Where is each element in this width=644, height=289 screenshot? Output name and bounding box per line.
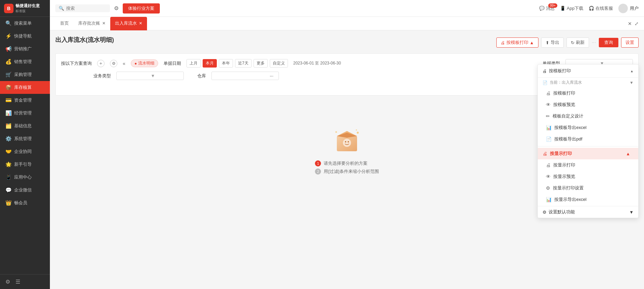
- tab-close-batch-account[interactable]: ✕: [102, 21, 106, 26]
- close-window-icon[interactable]: ✕: [628, 21, 632, 26]
- dropdown-arrow-icon: ▲: [530, 40, 534, 45]
- date-btn-this-year[interactable]: 本年: [219, 59, 233, 68]
- hint-num-2: 2: [315, 168, 321, 175]
- warehouse-more-icon[interactable]: ···: [270, 73, 273, 78]
- dropdown-item-template-custom[interactable]: ✏ 模板自定义设计: [538, 110, 638, 122]
- app-download-btn[interactable]: 📱 App下载: [560, 5, 583, 11]
- refresh-icon: ↻: [571, 40, 575, 45]
- sidebar-item-search-menu[interactable]: 🔍搜索菜单: [0, 17, 50, 30]
- date-range-text: 2023-06-01 至 2023-06-30: [293, 60, 341, 66]
- customer-service-btn[interactable]: 🎧 在线客服: [589, 5, 613, 11]
- business-type-select[interactable]: ▼: [116, 72, 184, 80]
- svg-point-4: [345, 141, 346, 142]
- sidebar-item-sales[interactable]: 💰销售管理: [0, 55, 50, 68]
- sidebar-icon-finance: 💳: [5, 97, 11, 103]
- sidebar-item-system[interactable]: ⚙️系统管理: [0, 132, 50, 145]
- dropdown-footer[interactable]: ⚙ 设置默认功能 ▼: [538, 206, 638, 218]
- dropdown-header-chevron[interactable]: ▲: [630, 69, 634, 73]
- dropdown-item-display-preview[interactable]: 👁 按显示预览: [538, 171, 638, 182]
- current-arrow-icon: ▼: [630, 80, 634, 85]
- dropdown-display-print-title[interactable]: 🖨 按显示打印 ▲: [538, 148, 638, 159]
- tab-batch-account[interactable]: 库存批次账✕: [74, 17, 110, 30]
- tab-close-inout-flow[interactable]: ✕: [139, 21, 142, 26]
- sidebar-item-basic[interactable]: 🗂️基础信息: [0, 120, 50, 132]
- dropdown-item-display-print[interactable]: 🖨 按显示打印: [538, 159, 638, 171]
- sidebar-item-guide[interactable]: 🌟新手引导: [0, 158, 50, 171]
- sidebar: B 畅捷通好生意 标准版 🔍搜索菜单⚡快捷导航📢营销推广💰销售管理🛒采购管理📦库…: [0, 0, 50, 289]
- svg-point-7: [356, 129, 357, 131]
- sidebar-icon-wechat: 💬: [5, 187, 11, 193]
- user-menu[interactable]: 用户: [618, 4, 639, 13]
- sidebar-label-member: 畅会员: [14, 200, 27, 206]
- topbar-gear-icon[interactable]: ⚙: [114, 5, 119, 11]
- topbar-right: 💬 消息 99+ 📱 App下载 🎧 在线客服 用户: [539, 4, 639, 13]
- sidebar-item-operation[interactable]: 📊经营管理: [0, 107, 50, 120]
- sidebar-icon-purchase: 🛒: [5, 72, 11, 78]
- warehouse-input[interactable]: [214, 73, 268, 78]
- empty-illustration: [330, 123, 364, 156]
- dropdown-item-template-excel[interactable]: 📊 按模板导出excel: [538, 122, 638, 133]
- sidebar-item-marketing[interactable]: 📢营销推广: [0, 43, 50, 55]
- search-input[interactable]: [66, 6, 107, 11]
- dropdown-item-display-settings[interactable]: ⚙ 按显示打印设置: [538, 182, 638, 194]
- maximize-window-icon[interactable]: ⤢: [635, 21, 639, 26]
- headset-icon: 🎧: [589, 6, 594, 11]
- trial-button[interactable]: 体验行业方案: [123, 3, 160, 14]
- sidebar-label-app-center: 应用中心: [14, 174, 32, 180]
- warehouse-label: 仓库: [197, 73, 206, 79]
- display-print-icon: 🖨: [546, 162, 551, 168]
- tab-label-inout-flow: 出入库流水: [115, 20, 137, 26]
- page-toolbar: 🖨 按模板打印 ▲ ⬆ 导出 ↻ 刷新 ··· 查询 设置: [496, 37, 639, 48]
- date-btn-custom[interactable]: 自定义: [270, 59, 288, 68]
- dropdown-divider: [538, 146, 638, 147]
- message-badge: 99+: [548, 3, 557, 8]
- sidebar-label-quick-nav: 快捷导航: [14, 33, 32, 39]
- settings-button[interactable]: 设置: [621, 37, 639, 48]
- filter-settings-icon[interactable]: ⚙: [110, 60, 117, 67]
- warehouse-input-wrap[interactable]: ···: [211, 72, 279, 80]
- sidebar-item-finance[interactable]: 💳资金管理: [0, 94, 50, 107]
- sidebar-icon-inventory: 📦: [5, 84, 11, 90]
- empty-hint-1: 1 请先选择要分析的方案: [315, 160, 379, 166]
- dropdown-item-template-pdf[interactable]: 📄 按模板导出pdf: [538, 133, 638, 145]
- topbar: 🔍 ⚙ 体验行业方案 💬 消息 99+ 📱 App下载 🎧 在线客服 用户: [50, 0, 644, 17]
- topbar-search-wrap[interactable]: 🔍: [55, 4, 110, 12]
- sidebar-footer: ⚙ ☰: [0, 274, 50, 289]
- dropdown-item-template-preview[interactable]: 👁 按模板预览: [538, 99, 638, 110]
- sidebar-item-cooperation[interactable]: 🤝企业协同: [0, 145, 50, 158]
- svg-point-6: [357, 132, 359, 134]
- sidebar-item-inventory[interactable]: 📦库存核算: [0, 81, 50, 94]
- tab-home[interactable]: 首页: [55, 17, 74, 30]
- refresh-button[interactable]: ↻ 刷新: [566, 37, 589, 48]
- logo-text: 畅捷通好生意 标准版: [16, 3, 40, 13]
- tab-inout-flow[interactable]: 出入库流水✕: [110, 17, 147, 30]
- date-btn-this-month[interactable]: 本月: [203, 59, 217, 68]
- date-btn-more[interactable]: 更多: [254, 59, 268, 68]
- dropdown-footer-arrow: ▼: [629, 210, 634, 215]
- filter-collapse-icon[interactable]: «: [123, 61, 125, 66]
- date-filter-label: 单据日期: [164, 60, 181, 67]
- filter-tag[interactable]: ● 流水明细: [131, 59, 158, 67]
- hint-num-1: 1: [315, 160, 321, 166]
- sidebar-item-quick-nav[interactable]: ⚡快捷导航: [0, 30, 50, 43]
- export-button[interactable]: ⬆ 导出: [541, 37, 564, 48]
- menu-toggle-icon[interactable]: ☰: [16, 279, 20, 285]
- svg-point-8: [335, 131, 337, 133]
- filter-add-button[interactable]: ＋: [97, 60, 105, 67]
- message-btn[interactable]: 💬 消息 99+: [539, 5, 555, 11]
- sidebar-item-app-center[interactable]: 📱应用中心: [0, 171, 50, 184]
- sidebar-item-member[interactable]: 👑畅会员: [0, 196, 50, 209]
- query-button[interactable]: 查询: [599, 38, 618, 47]
- display-excel-icon: 📊: [546, 197, 552, 202]
- sidebar-item-purchase[interactable]: 🛒采购管理: [0, 68, 50, 81]
- biz-select-arrow-icon: ▼: [151, 73, 181, 78]
- date-btn-last-month[interactable]: 上月: [186, 59, 201, 68]
- dropdown-item-template-print[interactable]: 🖨 按模板打印: [538, 87, 638, 99]
- sidebar-nav: 🔍搜索菜单⚡快捷导航📢营销推广💰销售管理🛒采购管理📦库存核算💳资金管理📊经营管理…: [0, 17, 50, 274]
- date-btn-last7[interactable]: 近7天: [235, 59, 252, 68]
- dropdown-item-display-excel[interactable]: 📊 按显示导出excel: [538, 194, 638, 205]
- settings-icon[interactable]: ⚙: [5, 279, 10, 285]
- sidebar-label-system: 系统管理: [14, 136, 32, 142]
- sidebar-item-wechat[interactable]: 💬企业微信: [0, 184, 50, 196]
- print-template-button[interactable]: 🖨 按模板打印 ▲: [496, 37, 538, 48]
